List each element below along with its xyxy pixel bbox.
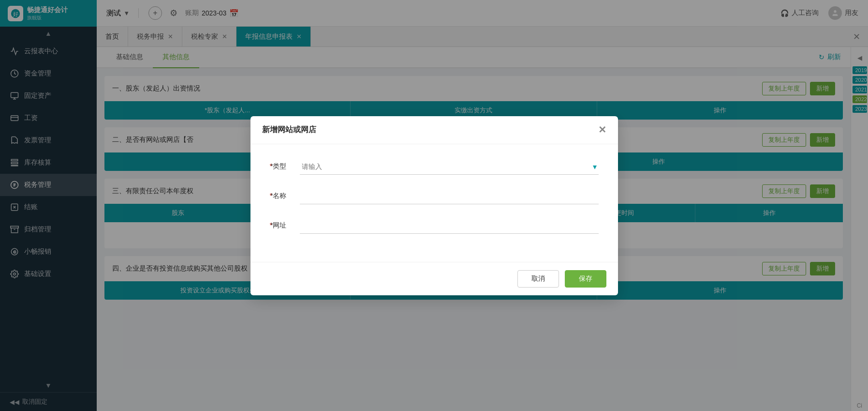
url-label: **网址 xyxy=(270,221,294,230)
modal-title: 新增网站或网店 xyxy=(262,125,316,135)
url-input[interactable] xyxy=(300,218,599,234)
name-label: **名称 xyxy=(270,192,294,200)
form-row-name: **名称 xyxy=(270,188,599,204)
type-label: **类型 xyxy=(270,162,294,171)
save-button[interactable]: 保存 xyxy=(565,270,606,288)
cancel-button[interactable]: 取消 xyxy=(517,270,559,288)
type-select-wrapper: ▾ xyxy=(300,159,599,175)
form-field-type: **类型 ▾ xyxy=(270,159,599,175)
form-field-name: **名称 xyxy=(270,188,599,204)
add-website-modal: 新增网站或网店 ✕ **类型 ▾ * xyxy=(250,116,618,295)
modal-footer: 取消 保存 xyxy=(250,262,618,295)
type-input[interactable] xyxy=(300,159,599,175)
modal-overlay: 新增网站或网店 ✕ **类型 ▾ * xyxy=(0,0,868,411)
modal-body: **类型 ▾ **名称 xyxy=(250,144,618,262)
form-row-type: **类型 ▾ xyxy=(270,159,599,175)
modal-header: 新增网站或网店 ✕ xyxy=(250,116,618,144)
form-row-url: **网址 xyxy=(270,218,599,234)
name-input[interactable] xyxy=(300,188,599,204)
form-field-url: **网址 xyxy=(270,218,599,234)
modal-close-button[interactable]: ✕ xyxy=(598,125,606,135)
